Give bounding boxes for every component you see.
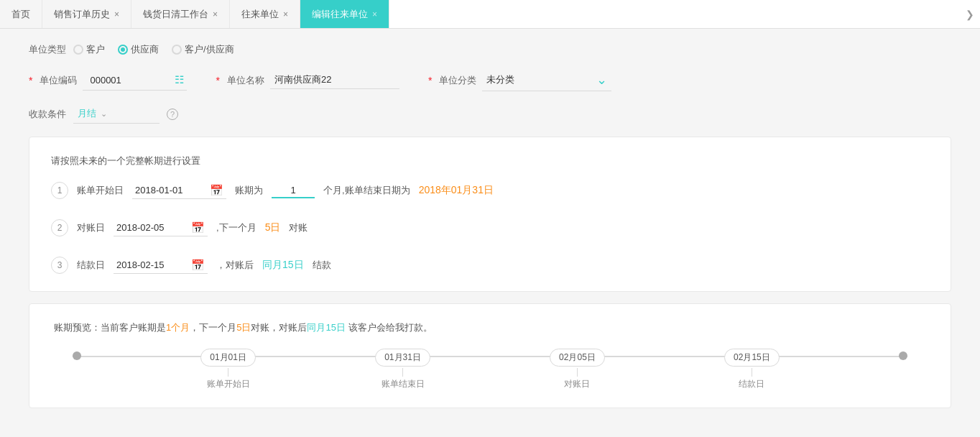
classify-caret-icon: ⌄	[596, 72, 607, 88]
step2-suffix-highlight: 5日	[265, 221, 281, 234]
step1-date-input[interactable]	[135, 185, 207, 196]
radio-group-unit-type: 客户 供应商 客户/供应商	[73, 43, 234, 56]
unit-code-star: *	[29, 75, 32, 86]
preview-highlight3: 同月15日	[307, 322, 345, 333]
payment-dropdown-arrow: ⌄	[101, 109, 107, 119]
unit-code-label: 单位编码	[40, 74, 77, 87]
step-num-2: 2	[51, 219, 68, 236]
preview-highlight1: 1个月	[166, 322, 190, 333]
tab-home[interactable]: 首页	[0, 0, 42, 28]
payment-label: 收款条件	[29, 108, 66, 121]
step3-date-input[interactable]	[116, 259, 188, 270]
unit-type-row: 单位类型 客户 供应商 客户/供应商	[29, 43, 951, 56]
step-row-1: 1 账单开始日 📅 账期为 个月,账单结束日期为 2018年01月31日	[51, 182, 929, 199]
radio-customer-circle	[73, 45, 83, 55]
timeline-connector-2	[402, 368, 403, 377]
tab-more-arrow[interactable]: ❯	[960, 0, 980, 28]
unit-code-icon[interactable]: ☷	[175, 73, 184, 86]
step1-period-label: 账期为	[235, 184, 263, 197]
main-content: 单位类型 客户 供应商 客户/供应商 * 单位编码 ☷	[0, 29, 980, 434]
step2-calendar-icon[interactable]: 📅	[191, 221, 205, 234]
step-label-3: 结款日	[77, 259, 105, 272]
unit-code-group: * 单位编码 ☷	[29, 70, 187, 91]
tab-counterparty-label: 往来单位	[241, 8, 279, 21]
tab-sales-history[interactable]: 销售订单历史 ×	[42, 0, 131, 28]
timeline-connector-1	[228, 368, 228, 377]
unit-type-label: 单位类型	[29, 43, 66, 56]
step3-suffix-after: 结款	[313, 259, 331, 272]
step1-period-input[interactable]	[272, 183, 315, 198]
radio-supplier-label: 供应商	[131, 43, 159, 56]
step3-calendar-icon[interactable]: 📅	[191, 259, 205, 272]
timeline-label-1: 账单开始日	[207, 378, 250, 390]
unit-classify-value: 未分类	[486, 73, 591, 86]
radio-customer[interactable]: 客户	[73, 43, 105, 56]
timeline-connector-4	[752, 368, 752, 377]
timeline-label-3: 对账日	[564, 378, 590, 390]
timeline-point-4: 02月15日 结款日	[724, 349, 780, 390]
step1-period-end: 2018年01月31日	[419, 184, 494, 197]
tab-edit-counterparty-close[interactable]: ×	[372, 9, 377, 19]
step2-suffix-after: 对账	[289, 221, 308, 234]
radio-supplier-circle	[118, 45, 128, 55]
unit-classify-group: * 单位分类 未分类 ⌄	[428, 69, 611, 91]
step3-suffix-highlight: 同月15日	[262, 259, 304, 272]
preview-text: 账期预览：当前客户账期是1个月，下一个月5日对账，对账后同月15日 该客户会给我…	[51, 321, 929, 334]
tab-sales-history-close[interactable]: ×	[114, 9, 119, 19]
radio-both-label: 客户/供应商	[185, 43, 234, 56]
timeline-left-dot	[73, 351, 81, 360]
timeline-point-2: 01月31日 账单结束日	[375, 349, 430, 390]
section-box: 请按照未来的一个完整帐期进行设置 1 账单开始日 📅 账期为 个月,账单结束日期…	[29, 137, 951, 292]
tab-edit-counterparty[interactable]: 编辑往来单位 ×	[300, 0, 389, 28]
radio-both[interactable]: 客户/供应商	[172, 43, 234, 56]
step-row-3: 3 结款日 📅 ，对账后 同月15日 结款	[51, 257, 929, 274]
step3-suffix-before: ，对账后	[216, 259, 254, 272]
unit-code-input-wrapper: ☷	[83, 70, 187, 91]
unit-classify-star: *	[428, 75, 432, 86]
tab-counterparty[interactable]: 往来单位 ×	[230, 0, 300, 28]
step3-date-input-wrapper: 📅	[114, 257, 208, 274]
step2-date-input[interactable]	[116, 222, 188, 233]
tab-counterparty-close[interactable]: ×	[283, 9, 288, 19]
payment-help-icon[interactable]: ?	[167, 109, 178, 120]
unit-name-input[interactable]	[270, 72, 399, 89]
timeline-items: 01月01日 账单开始日 01月31日 账单结束日 02月05日 对账日	[73, 349, 907, 390]
timeline-container: 01月01日 账单开始日 01月31日 账单结束日 02月05日 对账日	[51, 349, 929, 390]
step-label-1: 账单开始日	[77, 184, 124, 197]
step-num-1: 1	[51, 182, 68, 199]
timeline-end-dot	[899, 351, 907, 360]
step-num-3: 3	[51, 257, 68, 274]
radio-supplier[interactable]: 供应商	[118, 43, 159, 56]
tab-edit-counterparty-label: 编辑往来单位	[312, 8, 368, 21]
timeline-badge-4: 02月15日	[724, 349, 780, 367]
timeline-badge-2: 01月31日	[375, 349, 430, 367]
preview-prefix: 账期预览：当前客户账期是	[54, 322, 166, 333]
step2-date-input-wrapper: 📅	[114, 220, 208, 236]
step1-period-unit: 个月,账单结束日期为	[323, 184, 410, 197]
unit-info-row: * 单位编码 ☷ * 单位名称 * 单位分类 未分类 ⌄	[29, 69, 951, 91]
unit-code-input[interactable]	[85, 72, 172, 88]
section-title: 请按照未来的一个完整帐期进行设置	[51, 155, 929, 167]
radio-customer-label: 客户	[86, 43, 105, 56]
unit-name-label: 单位名称	[227, 74, 264, 87]
step1-date-input-wrapper: 📅	[132, 183, 226, 199]
preview-suffix: 该客户会给我打款。	[348, 322, 433, 333]
preview-middle2: 对账，对账后	[251, 322, 307, 333]
timeline-badge-3: 02月05日	[550, 349, 605, 367]
payment-row: 收款条件 月结 ⌄ ?	[29, 104, 951, 124]
preview-section: 账期预览：当前客户账期是1个月，下一个月5日对账，对账后同月15日 该客户会给我…	[29, 303, 951, 408]
tab-sales-history-label: 销售订单历史	[54, 8, 110, 21]
timeline-point-1: 01月01日 账单开始日	[200, 349, 256, 390]
step1-calendar-icon[interactable]: 📅	[210, 184, 223, 197]
tab-cash-work[interactable]: 钱货日清工作台 ×	[131, 0, 230, 28]
tab-cash-work-close[interactable]: ×	[213, 9, 218, 19]
payment-value: 月结	[78, 107, 96, 120]
timeline-point-3: 02月05日 对账日	[550, 349, 605, 390]
unit-name-group: * 单位名称	[216, 72, 399, 89]
unit-name-star: *	[216, 75, 219, 86]
step-label-2: 对账日	[77, 221, 105, 234]
radio-both-circle	[172, 45, 182, 55]
tab-bar: 首页 销售订单历史 × 钱货日清工作台 × 往来单位 × 编辑往来单位 × ❯	[0, 0, 980, 29]
payment-dropdown[interactable]: 月结 ⌄	[73, 104, 160, 124]
unit-classify-dropdown[interactable]: 未分类 ⌄	[482, 69, 611, 91]
